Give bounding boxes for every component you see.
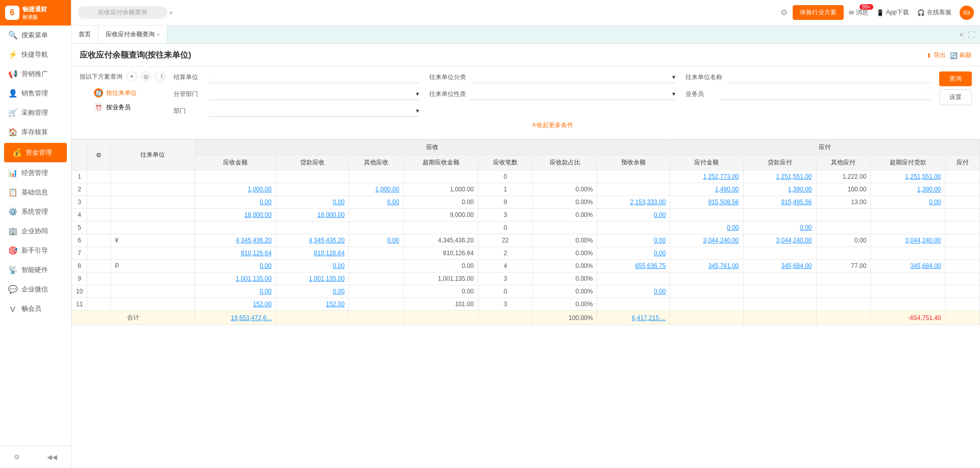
table-cell[interactable]: 655,636.75 [597,260,670,273]
col-gear-header[interactable]: ⚙ [87,140,111,170]
filter-scheme-by-partner[interactable]: 🔄 按往来单位 [90,87,165,99]
filter-target-button[interactable]: ◎ [141,71,151,82]
table-cell [670,298,743,311]
table-cell[interactable]: 4,345,436.20 [194,234,276,247]
trial-button[interactable]: 体验行业方案 [793,5,844,20]
table-cell[interactable]: 18,000.00 [194,209,276,221]
table-cell[interactable]: 1,251,551.00 [871,170,945,183]
tab-receivable[interactable]: 应收应付余额查询 × [99,26,167,43]
table-cell[interactable]: 0.00 [597,209,670,221]
table-cell[interactable]: 3,044,240.00 [871,234,945,247]
table-cell: 5 [72,221,87,234]
table-cell[interactable]: 0.00 [670,221,743,234]
table-cell[interactable]: 1,390.00 [743,183,816,196]
table-cell[interactable]: 0.00 [194,285,276,298]
topbar-right: ✉ 消息 99+ 📱 App下载 🎧 在线客服 Rit [849,6,974,20]
table-cell[interactable]: 1,001,135.00 [276,273,349,285]
table-cell[interactable]: 0.00 [349,234,404,247]
table-cell[interactable]: 0.00 [597,247,670,260]
table-cell[interactable]: 0.00 [276,260,349,273]
filter-collapse-btn[interactable]: 《 [155,71,165,82]
partner-nature-select[interactable]: ▾ [470,88,675,100]
partner-category-select[interactable]: ▾ [470,71,675,83]
fullscreen-button[interactable]: ⛶ [968,31,975,39]
table-cell[interactable]: 2,153,333.00 [597,196,670,209]
table-cell[interactable]: 915,508.56 [670,196,743,209]
sidebar-item-label: 经营管理 [21,168,48,178]
table-cell[interactable]: 4,345,436.20 [276,234,349,247]
table-cell[interactable]: 0.00 [743,221,816,234]
salesman-input[interactable]: ··· [720,88,931,100]
online-support-button[interactable]: 🎧 在线客服 [917,8,951,17]
sidebar-settings-button[interactable]: ⚙ [9,450,25,464]
table-cell[interactable]: 0.00 [871,196,945,209]
table-cell[interactable]: 345,761.00 [670,260,743,273]
filter-scheme-by-salesman[interactable]: ⏰ 按业务员 [90,101,165,113]
sidebar-item-search[interactable]: 🔍 搜索菜单 [0,26,71,45]
table-cell[interactable]: 345,684.00 [871,260,945,273]
table-cell[interactable]: 1,001,135.00 [194,273,276,285]
table-cell[interactable]: 810,126.64 [276,247,349,260]
table-cell[interactable]: 0.00 [597,234,670,247]
sub-dept-select[interactable]: ▾ [208,105,419,117]
total-rec-prepay[interactable]: 6,417,215.... [597,311,670,325]
table-cell[interactable]: 0.00 [349,196,404,209]
refresh-button[interactable]: 🔄 刷新 [950,51,972,60]
sidebar-item-baseinfo[interactable]: 📋 基础信息 [0,183,71,202]
table-cell[interactable]: 18,000.00 [276,209,349,221]
settlement-unit-input[interactable]: ··· [208,71,419,83]
app-download-button[interactable]: 📱 App下载 [876,8,909,17]
collapse-conditions-button[interactable]: ∧ 收起更多条件 [174,117,931,134]
breadcrumb-text: 应收应付余额查询 [78,6,167,19]
table-cell[interactable]: 1,490.00 [670,183,743,196]
table-cell[interactable]: 1,000.00 [349,183,404,196]
table-cell[interactable]: 1,251,551.00 [743,170,816,183]
filter-label: 按以下方案查询 [80,72,122,81]
gear-icon[interactable]: ⚙ [780,8,788,17]
export-button[interactable]: ⬆ 导出 [926,51,946,60]
sidebar-item-operation[interactable]: 📊 经营管理 [0,163,71,183]
table-cell[interactable]: 3,044,240.00 [670,234,743,247]
sidebar-item-enterprise[interactable]: 🏢 企业协同 [0,221,71,241]
sidebar-collapse-button[interactable]: ◀◀ [42,450,62,464]
sidebar-item-sysmgmt[interactable]: ⚙️ 系统管理 [0,202,71,221]
table-cell[interactable]: 0.00 [597,285,670,298]
table-cell[interactable]: 1,252,773.00 [670,170,743,183]
table-cell[interactable]: 152.00 [276,298,349,311]
sidebar-item-purchase[interactable]: 🛒 采购管理 [0,103,71,122]
table-cell[interactable]: 3,044,240.00 [743,234,816,247]
query-button[interactable]: 查询 [939,71,972,86]
sidebar-item-inventory[interactable]: 🏠 库存核算 [0,122,71,142]
table-cell[interactable]: 0.00 [276,196,349,209]
sidebar-item-marketing[interactable]: 📢 营销推广 [0,64,71,84]
sidebar-item-quicknav[interactable]: ⚡ 快捷导航 [0,45,71,64]
user-avatar[interactable]: Rit [960,6,974,20]
table-cell[interactable]: 1,000.00 [194,183,276,196]
sidebar-item-newbie[interactable]: 🎯 新手引导 [0,241,71,260]
tab-close-icon[interactable]: × [157,32,160,38]
table-cell[interactable]: 0.00 [276,285,349,298]
settings-button[interactable]: 设置 [939,89,972,105]
table-cell[interactable]: 810,126.64 [194,247,276,260]
filter-add-button[interactable]: + [127,71,137,82]
table-cell[interactable]: 0.00 [194,196,276,209]
table-cell[interactable]: 152.00 [194,298,276,311]
table-cell: 4 [72,209,87,221]
sidebar-item-capital[interactable]: 💰 资金管理 [4,143,67,162]
partner-name-input[interactable] [726,71,931,83]
sidebar-item-smarthw[interactable]: 📡 智能硬件 [0,260,71,280]
message-button[interactable]: ✉ 消息 99+ [849,8,868,17]
table-cell[interactable]: 0.00 [194,260,276,273]
tab-home[interactable]: 首页 [71,26,99,43]
sidebar-item-vip[interactable]: V 畅会员 [0,299,71,318]
dept-select[interactable]: ▾ [208,88,419,100]
close-window-button[interactable]: × [960,31,964,39]
table-cell[interactable]: 1,390.00 [871,183,945,196]
total-rec-amount[interactable]: 19,553,472,6... [194,311,276,325]
page-title: 应收应付余额查询(按往来单位) [80,50,191,66]
table-cell[interactable]: 345,684.00 [743,260,816,273]
sidebar-item-sales[interactable]: 👤 销售管理 [0,84,71,103]
table-cell [87,209,111,221]
sidebar-item-wechat[interactable]: 💬 企业微信 [0,280,71,299]
table-cell[interactable]: 915,495.56 [743,196,816,209]
